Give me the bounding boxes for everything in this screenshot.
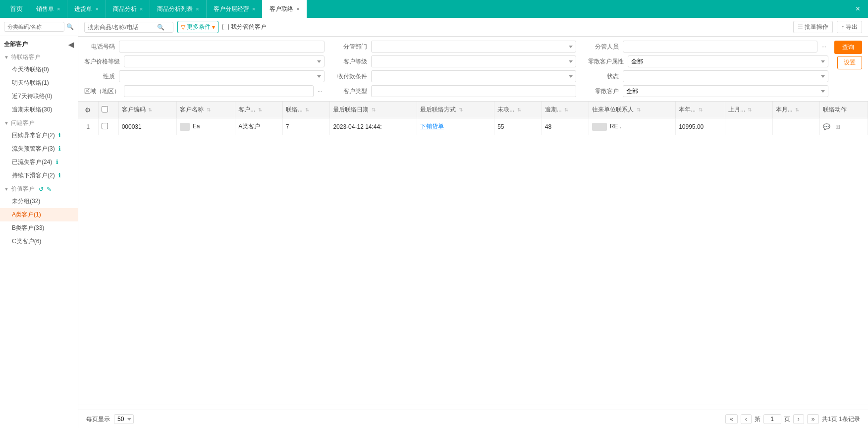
sidebar-search-input[interactable] xyxy=(4,22,64,32)
sidebar-item-tomorrow-pending[interactable]: 明天待联络(1) xyxy=(0,76,78,90)
page-size-select[interactable]: 50 xyxy=(114,414,134,424)
sort-last-method[interactable]: ⇅ xyxy=(459,107,463,112)
top-nav: 首页 销售单 × 进货单 × 商品分析 × 商品分析列表 × 客户分层经营 × … xyxy=(0,0,868,18)
action-grid-icon[interactable]: ⊞ xyxy=(835,123,840,130)
filter-region-more[interactable]: ··· xyxy=(316,88,325,95)
filter-retail-attr-select[interactable]: 全部 xyxy=(628,55,828,67)
sort-this-year[interactable]: ⇅ xyxy=(699,107,703,112)
nav-tab-purchase[interactable]: 进货单 × xyxy=(67,0,105,18)
th-name: 客户名称 ⇅ xyxy=(177,102,235,118)
td-last-method[interactable]: 下销货单 xyxy=(417,118,494,135)
close-purchase-tab[interactable]: × xyxy=(95,6,98,12)
filter-row-2: 客户价格等级 客户等级 xyxy=(84,55,828,67)
my-customer-checkbox-area[interactable]: 我分管的客户 xyxy=(222,23,267,31)
sort-last-month[interactable]: ⇅ xyxy=(748,107,752,112)
nav-tab-sales[interactable]: 销售单 × xyxy=(29,0,67,18)
filter-field-customer-type: 客户类型 xyxy=(336,85,577,97)
nav-tab-product-analysis[interactable]: 商品分析 × xyxy=(106,0,150,18)
filter-region-input[interactable] xyxy=(124,85,314,97)
sidebar-item-declining[interactable]: 持续下滑客户(2) ℹ xyxy=(0,169,78,182)
query-btn[interactable]: 查询 xyxy=(834,41,862,54)
td-code: 000031 xyxy=(118,118,177,135)
sort-contacts[interactable]: ⇅ xyxy=(637,107,641,112)
filter-panel: 电话号码 分管部门 分管人员 xyxy=(78,37,868,102)
toolbar-search-input[interactable] xyxy=(88,24,157,31)
filter-price-grade-select[interactable] xyxy=(124,55,325,67)
export-btn[interactable]: ↑ 导出 xyxy=(837,21,862,33)
filter-field-retail-attr: 零散客户属性 全部 xyxy=(588,55,828,67)
nav-home[interactable]: 首页 xyxy=(4,0,29,18)
contact-avatar xyxy=(592,123,607,131)
filter-customer-grade-select[interactable] xyxy=(371,55,577,67)
main-container: 🔍 全部客户 ◀ ▼ 待联络客户 今天待联络(0) 明天待联络(1) 近7天待联… xyxy=(0,18,868,428)
close-sales-tab[interactable]: × xyxy=(57,6,60,12)
sort-code[interactable]: ⇅ xyxy=(148,107,152,112)
my-customer-checkbox[interactable] xyxy=(222,24,229,30)
sidebar-item-c-class[interactable]: C类客户(6) xyxy=(0,235,78,248)
close-product-list-tab[interactable]: × xyxy=(196,6,199,12)
filter-customer-type-input[interactable] xyxy=(371,85,577,97)
prev-page-btn[interactable]: ‹ xyxy=(741,414,752,424)
sidebar-item-7days-pending[interactable]: 近7天待联络(0) xyxy=(0,90,78,103)
global-close-btn[interactable]: × xyxy=(852,4,864,13)
page-number-input[interactable] xyxy=(763,414,781,424)
sort-this-month[interactable]: ⇅ xyxy=(795,107,799,112)
sidebar-item-a-class[interactable]: A类客户(1) xyxy=(0,208,78,221)
pending-group-label[interactable]: ▼ 待联络客户 xyxy=(0,51,78,63)
th-no-contact: 未联... ⇅ xyxy=(494,102,542,118)
filter-status-select[interactable] xyxy=(623,70,828,82)
filter-nature-select[interactable] xyxy=(119,70,325,82)
action-chat-icon[interactable]: 💬 xyxy=(823,123,830,130)
sort-type[interactable]: ⇅ xyxy=(258,107,262,112)
batch-op-btn[interactable]: ☰ 批量操作 xyxy=(793,21,833,33)
th-contacts: 往来单位联系人 ⇅ xyxy=(589,102,676,118)
filter-settings-btn[interactable]: 设置 xyxy=(837,56,862,69)
sidebar-item-today-pending[interactable]: 今天待联络(0) xyxy=(0,63,78,76)
sort-overdue[interactable]: ⇅ xyxy=(564,107,568,112)
nav-tab-customer-contact[interactable]: 客户联络 × xyxy=(262,0,306,18)
sidebar-search-icon[interactable]: 🔍 xyxy=(66,23,74,30)
sort-last-date[interactable]: ⇅ xyxy=(372,107,376,112)
close-product-analysis-tab[interactable]: × xyxy=(140,6,143,12)
sort-no-contact[interactable]: ⇅ xyxy=(517,107,521,112)
filter-retail-select[interactable]: 全部 xyxy=(623,85,828,97)
sidebar-collapse-btn[interactable]: ◀ xyxy=(68,41,74,49)
sidebar-item-churned[interactable]: 已流失客户(24) ℹ xyxy=(0,156,78,169)
nav-tab-customer-tier[interactable]: 客户分层经营 × xyxy=(206,0,262,18)
th-this-month: 本月... ⇅ xyxy=(772,102,820,118)
horizontal-scrollbar[interactable] xyxy=(78,405,868,410)
filter-manager-more[interactable]: ··· xyxy=(819,43,828,50)
problem-group-label[interactable]: ▼ 问题客户 xyxy=(0,116,78,129)
select-all-checkbox[interactable] xyxy=(102,106,108,112)
filter-payment-select[interactable] xyxy=(371,70,577,82)
table-header-row: ⚙ 客户编码 ⇅ 客户名称 ⇅ xyxy=(78,102,868,118)
sidebar-search-area: 🔍 xyxy=(0,18,78,36)
next-page-btn[interactable]: › xyxy=(793,414,804,424)
gear-icon[interactable]: ⚙ xyxy=(85,106,91,114)
filter-field-dept: 分管部门 xyxy=(336,41,577,53)
filter-more-btn[interactable]: ▽ 更多条件 ▾ xyxy=(177,21,218,33)
sidebar-item-repurchase-abnormal[interactable]: 回购异常客户(2) ℹ xyxy=(0,129,78,142)
pagination-right: « ‹ 第 页 › » 共1页 1条记录 xyxy=(725,414,860,424)
sidebar-item-ungrouped[interactable]: 未分组(32) xyxy=(0,195,78,208)
value-group-label[interactable]: ▼ 价值客户 ↺ ✎ xyxy=(0,182,78,195)
row-checkbox[interactable] xyxy=(102,123,108,129)
filter-manager-input[interactable] xyxy=(623,41,817,53)
filter-dept-select[interactable] xyxy=(371,41,577,53)
close-customer-tier-tab[interactable]: × xyxy=(252,6,255,12)
filter-phone-input[interactable] xyxy=(119,41,325,53)
close-customer-contact-tab[interactable]: × xyxy=(296,6,299,12)
toolbar-right: ☰ 批量操作 ↑ 导出 xyxy=(793,21,862,33)
sidebar-item-overdue-pending[interactable]: 逾期未联络(30) xyxy=(0,103,78,116)
toolbar-search-icon[interactable]: 🔍 xyxy=(157,24,164,31)
sort-name[interactable]: ⇅ xyxy=(207,107,211,112)
first-page-btn[interactable]: « xyxy=(725,414,738,424)
sidebar-item-b-class[interactable]: B类客户(33) xyxy=(0,221,78,235)
filter-field-price-grade: 客户价格等级 xyxy=(84,55,325,67)
td-overdue: 48 xyxy=(542,118,589,135)
sort-contact[interactable]: ⇅ xyxy=(305,107,309,112)
last-page-btn[interactable]: » xyxy=(807,414,819,424)
sidebar-item-churn-warning[interactable]: 流失预警客户(3) ℹ xyxy=(0,142,78,156)
batch-icon: ☰ xyxy=(798,24,803,31)
nav-tab-product-list[interactable]: 商品分析列表 × xyxy=(150,0,206,18)
